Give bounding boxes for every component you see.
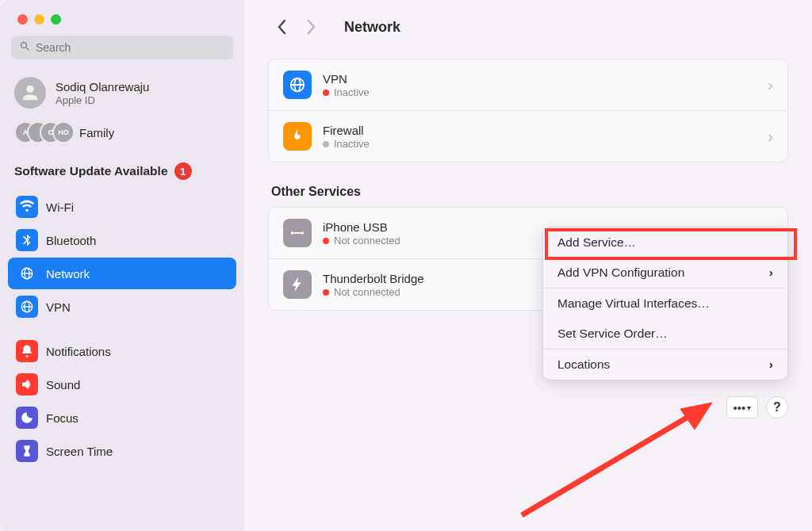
user-name: Sodiq Olanrewaju (56, 80, 149, 94)
apple-id-row[interactable]: Sodiq Olanrewaju Apple ID (0, 74, 244, 117)
sidebar-item-label: Wi-Fi (46, 201, 74, 214)
sidebar-item-network[interactable]: Network (8, 258, 236, 289)
service-status: Inactive (334, 138, 370, 150)
forward-button[interactable] (300, 16, 322, 38)
sidebar-item-label: Focus (46, 411, 79, 425)
sidebar-item-label: Sound (46, 378, 80, 392)
vpn-icon (16, 296, 38, 318)
page-title: Network (344, 19, 400, 36)
menu-item-add-vpn-configuration[interactable]: Add VPN Configuration› (543, 258, 787, 288)
more-options-button[interactable]: •••▾ (726, 396, 758, 418)
menu-item-manage-virtual-interfaces[interactable]: Manage Virtual Interfaces… (543, 288, 787, 319)
chevron-right-icon: › (769, 266, 773, 280)
service-status: Inactive (334, 86, 370, 98)
status-dot-inactive (323, 141, 329, 147)
service-status: Not connected (334, 235, 400, 246)
sidebar: Sodiq Olanrewaju Apple ID ACHO Family So… (0, 0, 244, 531)
sidebar-item-label: Bluetooth (46, 234, 96, 247)
menu-item-add-service[interactable]: Add Service… (543, 227, 787, 258)
service-row-vpn[interactable]: VPN Inactive › (269, 59, 787, 110)
network-icon (16, 262, 38, 285)
service-row-firewall[interactable]: Firewall Inactive › (269, 110, 787, 162)
menu-item-locations[interactable]: Locations› (543, 350, 787, 380)
service-title: Firewall (323, 123, 768, 139)
svg-point-10 (291, 231, 294, 235)
sidebar-item-focus[interactable]: Focus (8, 402, 236, 434)
vpn-icon (283, 71, 312, 99)
focus-icon (16, 407, 38, 429)
chevron-right-icon: › (768, 128, 773, 146)
chevron-down-icon: ▾ (747, 403, 751, 412)
chevron-right-icon: › (769, 357, 773, 372)
search-icon (19, 40, 36, 55)
svg-point-11 (301, 231, 304, 235)
svg-marker-14 (680, 403, 712, 430)
sound-icon (16, 373, 38, 395)
search-input[interactable] (36, 41, 225, 54)
main-content: Network VPN Inactive › Firewall Inactive… (244, 0, 812, 531)
thunderbolt-icon (283, 270, 312, 299)
menu-item-set-service-order[interactable]: Set Service Order… (543, 319, 787, 349)
window-traffic-lights (0, 0, 244, 36)
user-subtitle: Apple ID (56, 94, 149, 106)
svg-line-13 (522, 412, 696, 515)
chevron-right-icon: › (768, 76, 773, 94)
service-status: Not connected (334, 286, 400, 298)
other-services-heading: Other Services (271, 185, 785, 199)
sidebar-item-label: Screen Time (46, 445, 113, 458)
sidebar-item-bluetooth[interactable]: Bluetooth (8, 224, 236, 256)
iphone-usb-icon (283, 219, 312, 247)
status-dot-inactive (323, 90, 329, 96)
family-avatars: ACHO (14, 121, 71, 143)
sidebar-item-wifi[interactable]: Wi-Fi (8, 191, 236, 223)
more-options-menu: Add Service… Add VPN Configuration› Mana… (542, 227, 788, 380)
sidebar-nav: Wi-Fi Bluetooth Network VPN Notification… (0, 191, 244, 476)
avatar (14, 77, 46, 109)
ellipsis-icon: ••• (733, 401, 746, 414)
search-field[interactable] (11, 36, 233, 59)
software-update-row[interactable]: Software Update Available 1 (0, 155, 244, 191)
sidebar-item-screen-time[interactable]: Screen Time (8, 435, 236, 467)
wifi-icon (16, 196, 38, 218)
bluetooth-icon (16, 229, 38, 251)
zoom-window-button[interactable] (51, 14, 61, 25)
annotation-arrow (506, 388, 728, 523)
status-dot-not-connected (323, 238, 329, 244)
notifications-icon (16, 340, 38, 362)
svg-point-0 (26, 86, 33, 93)
family-label: Family (79, 126, 114, 139)
sidebar-item-label: Network (46, 267, 90, 281)
service-title: VPN (323, 71, 768, 87)
sidebar-item-sound[interactable]: Sound (8, 369, 236, 400)
update-badge: 1 (174, 162, 192, 180)
sidebar-item-vpn[interactable]: VPN (8, 291, 236, 323)
screen-time-icon (16, 440, 38, 462)
sidebar-item-label: VPN (46, 300, 71, 314)
back-button[interactable] (271, 16, 293, 38)
close-window-button[interactable] (17, 14, 28, 25)
header: Network (244, 0, 812, 54)
minimize-window-button[interactable] (34, 14, 44, 25)
software-update-label: Software Update Available (14, 164, 168, 178)
sidebar-item-label: Notifications (46, 345, 111, 358)
status-dot-not-connected (323, 289, 329, 296)
services-card: VPN Inactive › Firewall Inactive › (268, 59, 788, 162)
family-row[interactable]: ACHO Family (0, 117, 244, 155)
help-button[interactable]: ? (766, 396, 788, 418)
sidebar-item-notifications[interactable]: Notifications (8, 335, 236, 367)
firewall-icon (283, 122, 312, 151)
